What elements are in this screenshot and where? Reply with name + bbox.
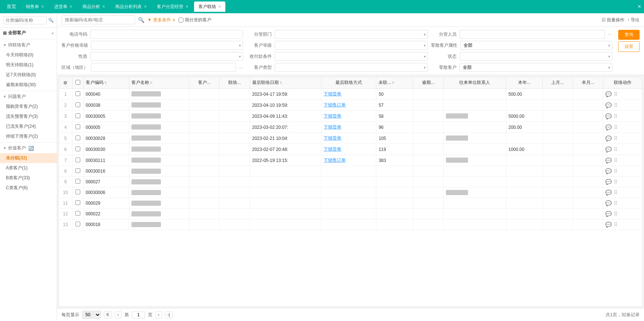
filter-search-btn[interactable]: 🔍 xyxy=(138,17,144,23)
sidebar-group-value[interactable]: ▼ 价值客户 🔄 xyxy=(0,143,57,153)
nav-home[interactable]: 首页 xyxy=(3,3,20,10)
row-checkbox[interactable] xyxy=(75,124,80,129)
region-input[interactable] xyxy=(91,63,236,72)
sidebar-item-churned[interactable]: 已流失客户(24) xyxy=(0,121,57,131)
close-all-btn[interactable]: × xyxy=(638,3,641,10)
status-select[interactable] xyxy=(460,52,612,61)
nav-tab-customer-contact[interactable]: 客户联络 × xyxy=(194,1,225,12)
sidebar-item-overdue[interactable]: 逾期未联络(30) xyxy=(0,80,57,90)
sidebar-search-input[interactable] xyxy=(3,16,47,24)
sidebar-group-problem[interactable]: ▼ 问题客户 xyxy=(0,92,57,102)
contact-icon[interactable]: 💬 xyxy=(605,168,612,174)
filter-search-input[interactable] xyxy=(61,15,135,24)
more-icon[interactable]: ⠿ xyxy=(614,135,617,141)
sidebar-group-pending[interactable]: ▼ 待联络客户 xyxy=(0,40,57,50)
sidebar-item-today[interactable]: 今天待联络(0) xyxy=(0,50,57,60)
cell-last-method[interactable] xyxy=(321,166,376,177)
sidebar-item-tomorrow[interactable]: 明天待联络(1) xyxy=(0,60,57,70)
th-partner-contact[interactable]: 往来单位联系人 xyxy=(443,77,506,89)
phone-input[interactable] xyxy=(90,30,243,39)
th-last-date[interactable]: 最后联络日期 xyxy=(250,77,321,89)
row-checkbox[interactable] xyxy=(75,211,80,216)
contact-icon[interactable]: 💬 xyxy=(605,91,612,97)
method-link[interactable]: 下销货单 xyxy=(324,147,341,152)
contact-icon[interactable]: 💬 xyxy=(605,147,612,152)
sidebar-item-declining[interactable]: 持续下滑客户(2) xyxy=(0,131,57,141)
cell-last-method[interactable] xyxy=(321,198,376,209)
contact-icon[interactable]: 💬 xyxy=(605,102,612,108)
th-this-month[interactable]: 本月... xyxy=(573,77,603,89)
th-not-contact[interactable]: 未联... xyxy=(376,77,413,89)
nav-tab-purchase[interactable]: 进货单 × xyxy=(50,1,77,12)
contact-icon[interactable]: 💬 xyxy=(605,190,612,195)
pay-select[interactable] xyxy=(275,52,427,61)
method-link[interactable]: 下销货单 xyxy=(324,135,341,141)
cell-last-method[interactable] xyxy=(321,209,376,219)
export-btn[interactable]: ↑ 导出 xyxy=(627,17,640,23)
contact-icon[interactable]: 💬 xyxy=(605,113,612,119)
nav-tab-analysis[interactable]: 商品分析 × xyxy=(78,1,109,12)
contact-icon[interactable]: 💬 xyxy=(605,158,612,163)
more-icon[interactable]: ⠿ xyxy=(614,179,617,185)
th-last-method[interactable]: 最后联络方式 xyxy=(321,77,376,89)
method-link[interactable]: 下销售订单 xyxy=(324,102,346,107)
close-purchase-tab[interactable]: × xyxy=(70,4,72,9)
th-last-month[interactable]: 上月... xyxy=(542,77,573,89)
more-icon[interactable]: ⠿ xyxy=(614,200,617,206)
nature-select[interactable] xyxy=(90,52,243,61)
prev-page-btn[interactable]: ‹ xyxy=(115,311,122,318)
my-customers-checkbox-label[interactable]: 我分管的客户 xyxy=(179,17,211,23)
th-gear[interactable]: ⚙ xyxy=(59,77,72,89)
close-sales-tab[interactable]: × xyxy=(41,4,44,9)
th-overdue[interactable]: 逾期... xyxy=(413,77,443,89)
all-customers-title[interactable]: ⊞ 全部客户 « xyxy=(0,28,57,38)
th-code[interactable]: 客户编码 xyxy=(83,77,129,89)
more-filters-btn[interactable]: ▼ 更多条件 ∧ xyxy=(147,17,176,23)
contact-icon[interactable]: 💬 xyxy=(605,179,612,185)
nav-tab-analysis-list[interactable]: 商品分析列表 × xyxy=(111,1,151,12)
row-checkbox[interactable] xyxy=(75,158,80,162)
code-sort[interactable]: 客户编码 xyxy=(86,80,127,86)
reset-btn[interactable]: 设置 xyxy=(618,41,640,52)
gear-icon[interactable]: ⚙ xyxy=(63,80,67,85)
nav-tab-customer-layer[interactable]: 客户分层经营 × xyxy=(152,1,193,12)
select-all-checkbox[interactable] xyxy=(75,80,80,85)
more-icon[interactable]: ⠿ xyxy=(614,158,617,163)
cell-last-method[interactable]: 下销货单 xyxy=(321,133,376,144)
cell-last-method[interactable]: 下销货单 xyxy=(321,89,376,100)
not-contact-sort[interactable]: 未联... xyxy=(379,80,411,86)
region-more-btn[interactable]: ··· xyxy=(239,64,243,70)
row-checkbox[interactable] xyxy=(75,200,80,205)
row-checkbox[interactable] xyxy=(75,135,80,140)
price-level-select[interactable] xyxy=(91,41,243,50)
refresh-icon[interactable]: 🔄 xyxy=(28,146,34,151)
more-icon[interactable]: ⠿ xyxy=(614,124,617,130)
person-more-btn[interactable]: ··· xyxy=(608,31,612,37)
page-number-input[interactable] xyxy=(132,311,145,318)
close-analysis-tab[interactable]: × xyxy=(102,4,105,9)
more-icon[interactable]: ⠿ xyxy=(614,91,617,97)
th-this-year[interactable]: 本年... xyxy=(506,77,542,89)
batch-op-btn[interactable]: ☑ 批量操作 xyxy=(602,17,624,23)
level-select[interactable] xyxy=(275,41,427,50)
person-input[interactable] xyxy=(460,30,605,39)
sidebar-item-7days[interactable]: 近7天待联络(0) xyxy=(0,70,57,80)
row-checkbox[interactable] xyxy=(75,91,80,96)
contact-icon[interactable]: 💬 xyxy=(605,211,612,217)
more-icon[interactable]: ⠿ xyxy=(614,102,617,108)
contact-icon[interactable]: 💬 xyxy=(605,135,612,141)
type-select[interactable] xyxy=(275,63,427,72)
sidebar-item-abnormal[interactable]: 囤购异常客户(2) xyxy=(0,102,57,112)
next-page-btn[interactable]: › xyxy=(155,311,162,318)
row-checkbox[interactable] xyxy=(75,113,80,118)
more-icon[interactable]: ⠿ xyxy=(614,211,617,217)
row-checkbox[interactable] xyxy=(75,179,80,184)
th-customer-type[interactable]: 客户... xyxy=(189,77,219,89)
method-link[interactable]: 下销货单 xyxy=(324,113,341,119)
more-icon[interactable]: ⠿ xyxy=(614,147,617,152)
sidebar-item-b-class[interactable]: B类客户(33) xyxy=(0,173,57,183)
contact-icon[interactable]: 💬 xyxy=(605,222,612,227)
cell-last-method[interactable] xyxy=(321,219,376,230)
method-link[interactable]: 下销货单 xyxy=(324,91,341,96)
cell-last-method[interactable]: 下销售订单 xyxy=(321,100,376,111)
